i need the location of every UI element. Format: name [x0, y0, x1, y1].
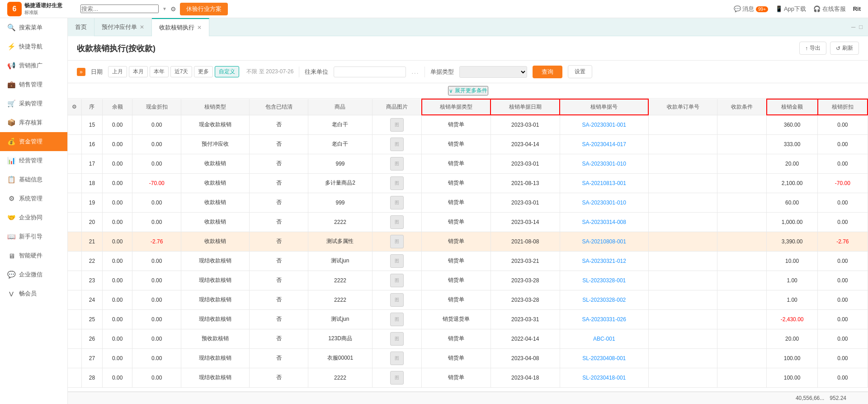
td-bill-report-no[interactable]: SA-20230314-008	[560, 212, 648, 232]
td-bill-report-no[interactable]: SL-20230328-002	[560, 290, 648, 309]
td-balance: 0.00	[103, 329, 132, 348]
td-include-settled: 否	[250, 193, 308, 212]
bill-no-link[interactable]: SA-20230301-001	[582, 122, 626, 128]
sidebar-item-purchase[interactable]: 🛒 采购管理	[0, 94, 67, 113]
td-verify-discount: 0.00	[818, 309, 868, 329]
expand-conditions-btn[interactable]: ∨ 展开更多条件	[448, 86, 488, 95]
bill-no-link[interactable]: SL-20230328-001	[582, 277, 626, 284]
td-bill-report-no[interactable]: SA-20230414-017	[560, 134, 648, 154]
td-bill-report-no[interactable]: SA-20230321-012	[560, 251, 648, 271]
sidebar-item-search[interactable]: 🔍 搜索菜单	[0, 18, 67, 37]
td-bill-report-no[interactable]: SA-20230301-001	[560, 115, 648, 134]
app-download[interactable]: 📱 App下载	[775, 5, 806, 13]
td-goods-img: 图	[372, 173, 421, 193]
bill-no-link[interactable]: ABC-001	[593, 336, 615, 342]
bill-no-link[interactable]: SA-20230314-008	[582, 219, 626, 225]
td-verify-type: 预付冲应收	[181, 134, 250, 154]
online-service[interactable]: 🎧 在线客服	[813, 5, 846, 13]
td-bill-report-date: 2023-03-31	[491, 309, 560, 329]
td-bill-report-type: 销货单	[422, 368, 491, 387]
bill-no-link[interactable]: SL-20230328-002	[582, 297, 626, 303]
setting-btn[interactable]: 设置	[568, 65, 592, 78]
tab-prepay[interactable]: 预付冲应付单 ✕	[94, 18, 152, 36]
sidebar-label-inventory: 库存核算	[19, 119, 42, 127]
td-bill-report-date: 2023-03-01	[491, 193, 560, 212]
settings-icon[interactable]: ⚙	[170, 5, 176, 13]
table-footer: 40,556,66... 952.24	[68, 391, 868, 404]
industry-btn[interactable]: 休验行业方案	[180, 3, 228, 15]
refresh-btn[interactable]: ↺ 刷新	[830, 42, 859, 55]
td-gear	[68, 309, 81, 329]
td-include-settled: 否	[250, 212, 308, 232]
tab-minimize-icon[interactable]: ─	[851, 24, 855, 30]
from-unit-input[interactable]	[334, 67, 406, 77]
th-gear[interactable]: ⚙	[68, 99, 81, 115]
footer-verify-discount: 952.24	[830, 395, 864, 401]
td-goods-img: 图	[372, 154, 421, 173]
sidebar-item-inventory[interactable]: 📦 库存核算	[0, 113, 67, 132]
tab-verify-close[interactable]: ✕	[197, 24, 202, 31]
sidebar-item-finance[interactable]: 💰 资金管理	[0, 132, 67, 151]
tab-maximize-icon[interactable]: □	[859, 24, 863, 30]
bill-no-link[interactable]: SL-20230408-001	[582, 355, 626, 361]
sidebar-item-hardware[interactable]: 🖥 智能硬件	[0, 246, 67, 265]
bill-no-link[interactable]: SA-20210808-001	[582, 238, 626, 245]
tab-verify[interactable]: 收款核销执行 ✕	[152, 18, 209, 36]
sidebar-item-quick[interactable]: ⚡ 快捷导航	[0, 37, 67, 56]
tab-home[interactable]: 首页	[68, 18, 94, 36]
query-btn[interactable]: 查询	[533, 66, 562, 78]
td-verify-type: 收款核销	[181, 232, 250, 251]
bill-no-link[interactable]: SA-20230301-010	[582, 200, 626, 206]
date-custom[interactable]: 自定义	[215, 66, 239, 77]
table-wrapper: ⚙ 序 余额 现金折扣 核销类型 包含已结清 商品 商品图片 核销单据类型 核销…	[68, 99, 868, 404]
td-bill-report-no[interactable]: SA-20230301-010	[560, 154, 648, 173]
date-7days[interactable]: 近7天	[170, 66, 193, 77]
sidebar-item-wechat[interactable]: 💬 企业微信	[0, 265, 67, 284]
marketing-icon: 📢	[7, 62, 15, 70]
td-bill-report-no[interactable]: SA-20230331-026	[560, 309, 648, 329]
sidebar-item-marketing[interactable]: 📢 营销推广	[0, 56, 67, 75]
message-icon[interactable]: 💬 消息 99+	[734, 5, 768, 13]
bill-no-link[interactable]: SA-20230414-017	[582, 141, 626, 147]
td-bill-report-no[interactable]: ABC-001	[560, 329, 648, 348]
bill-no-link[interactable]: SA-20230301-010	[582, 161, 626, 167]
table-container[interactable]: ⚙ 序 余额 现金折扣 核销类型 包含已结清 商品 商品图片 核销单据类型 核销…	[68, 99, 868, 391]
export-btn[interactable]: ↑ 导出	[799, 42, 826, 55]
sidebar-item-guide[interactable]: 📖 新手引导	[0, 227, 67, 246]
expand-arrow-btn[interactable]: »	[77, 68, 85, 76]
sidebar-label-hardware: 智能硬件	[19, 252, 42, 260]
user-name[interactable]: Rit	[853, 5, 861, 12]
td-bill-report-no[interactable]: SA-20230301-010	[560, 193, 648, 212]
bill-no-link[interactable]: SA-20210813-001	[582, 180, 626, 186]
top-search-input[interactable]	[80, 5, 159, 13]
sidebar-item-collab[interactable]: 🤝 企业协同	[0, 208, 67, 227]
td-bill-report-no[interactable]: SA-20210813-001	[560, 173, 648, 193]
bill-no-link[interactable]: SA-20230321-012	[582, 258, 626, 264]
date-more[interactable]: 更多	[194, 66, 213, 77]
sidebar-item-sales[interactable]: 💼 销售管理	[0, 75, 67, 94]
bill-no-link[interactable]: SA-20230331-026	[582, 316, 626, 323]
td-goods: 老白干	[308, 115, 373, 134]
td-bill-report-no[interactable]: SL-20230418-001	[560, 368, 648, 387]
sidebar-item-member[interactable]: V 畅会员	[0, 284, 67, 303]
td-bill-report-no[interactable]: SL-20230328-001	[560, 271, 648, 290]
td-bill-report-no[interactable]: SA-20210808-001	[560, 232, 648, 251]
td-cash-discount: 0.00	[132, 348, 181, 368]
bill-no-link[interactable]: SL-20230418-001	[582, 375, 626, 381]
td-balance: 0.00	[103, 115, 132, 134]
sidebar-label-search: 搜索菜单	[19, 24, 42, 32]
date-this-month[interactable]: 本月	[129, 66, 148, 77]
td-bill-report-no[interactable]: SL-20230408-001	[560, 348, 648, 368]
td-receipt-condition	[717, 271, 766, 290]
date-last-month[interactable]: 上月	[108, 66, 127, 77]
sidebar-item-operation[interactable]: 📊 经营管理	[0, 151, 67, 170]
bill-type-select[interactable]	[459, 66, 527, 78]
tab-prepay-close[interactable]: ✕	[140, 24, 144, 30]
td-cash-discount: 0.00	[132, 134, 181, 154]
export-icon: ↑	[805, 45, 808, 52]
sidebar-label-finance: 资金管理	[19, 138, 42, 146]
td-verify-discount: 0.00	[818, 115, 868, 134]
sidebar-item-system[interactable]: ⚙ 系统管理	[0, 189, 67, 208]
date-this-year[interactable]: 本年	[150, 66, 169, 77]
sidebar-item-basic[interactable]: 📋 基础信息	[0, 170, 67, 189]
